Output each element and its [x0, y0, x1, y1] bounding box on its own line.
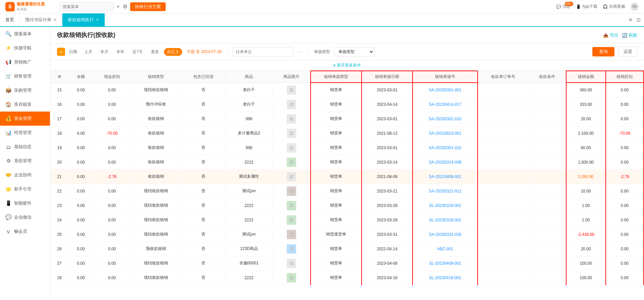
sidebar-item-operation[interactable]: 📊 经营管理: [0, 126, 50, 140]
cell-include-settled: 否: [181, 112, 225, 126]
export-icon: 📤: [603, 33, 608, 38]
sidebar-item-purchase[interactable]: 📦 采购管理: [0, 83, 50, 97]
date-chip-this-year[interactable]: 本年: [113, 48, 127, 56]
cell-include-settled: 否: [181, 97, 225, 112]
user-menu[interactable]: Rit: [631, 3, 639, 11]
cell-verify-discount: 0.00: [606, 140, 644, 155]
sidebar-item-hardware[interactable]: 📱 智能硬件: [0, 196, 50, 210]
date-chip-7days[interactable]: 近7天: [129, 48, 146, 56]
cell-product-img: 🖼: [273, 242, 311, 256]
cell-verify-discount: 0.00: [606, 184, 644, 198]
sidebar-item-search[interactable]: 🔍 搜索菜单: [0, 27, 50, 41]
verify-no-link[interactable]: ABC-001: [437, 247, 453, 251]
verify-no-link[interactable]: SL-20230328-002: [429, 218, 461, 222]
sidebar-item-marketing[interactable]: 📢 营销推广: [0, 55, 50, 69]
table-header-row: ⚙ 余额 现金折扣 核销类型 包含已结清 商品 商品图片 核销单据类型 核销单据…: [50, 71, 644, 83]
cell-row-num: 21: [50, 169, 69, 184]
verify-no-link[interactable]: SL-20230418-001: [429, 275, 461, 280]
verify-no-link[interactable]: SA-20210813-001: [429, 131, 461, 136]
export-button[interactable]: 📤 导出: [603, 32, 619, 38]
cell-verify-discount: 0.00: [606, 256, 644, 270]
search-sidebar-icon: 🔍: [5, 31, 11, 37]
sidebar-label-inventory: 库存核算: [14, 101, 32, 108]
sidebar-item-system[interactable]: ⚙ 系统管理: [0, 154, 50, 168]
cell-verify-no[interactable]: SA-20230414-017: [413, 97, 477, 112]
sidebar-item-collab[interactable]: 🤝 企业协同: [0, 168, 50, 182]
app-download-btn[interactable]: 📱 App下载: [576, 4, 597, 9]
tab-prepay[interactable]: 预付冲应付单 ✕: [20, 13, 62, 26]
verify-no-link[interactable]: SA-20230331-026: [429, 232, 461, 237]
verify-no-link[interactable]: SA-20230321-012: [429, 189, 461, 194]
cell-verify-discount: 0.00: [606, 242, 644, 256]
trial-button[interactable]: 休验行业方案: [130, 2, 166, 11]
verify-no-link[interactable]: SL-20230328-001: [429, 203, 461, 208]
cell-product-img: 🖼: [273, 256, 311, 270]
cell-verify-no[interactable]: SA-20210813-001: [413, 126, 477, 140]
date-chip-last-month[interactable]: 上月: [81, 48, 95, 56]
cell-verify-no[interactable]: SA-20210808-001: [413, 169, 477, 184]
from-unit-input[interactable]: [233, 47, 293, 56]
cell-verify-type: 现结收款核销: [130, 256, 181, 270]
cell-balance: 0.00: [69, 184, 93, 198]
cell-verify-no[interactable]: SL-20230328-001: [413, 198, 477, 213]
sidebar-item-vip[interactable]: V 畅会员: [0, 224, 50, 239]
gear-icon[interactable]: ⚙: [123, 3, 127, 10]
cell-verify-no[interactable]: SA-20230301-010: [413, 112, 477, 126]
verify-no-link[interactable]: SA-20230414-017: [429, 102, 461, 107]
sidebar-item-guide[interactable]: 🌟 新手引导: [0, 182, 50, 196]
date-chip-more[interactable]: 更多: [148, 48, 162, 56]
verify-no-link[interactable]: SA-20230314-008: [429, 160, 461, 165]
verify-no-link[interactable]: SL-20230408-001: [429, 261, 461, 266]
cell-receipt-order-no: [478, 97, 528, 112]
doc-type-select[interactable]: 单据类型: [334, 47, 374, 56]
col-settings[interactable]: ⚙: [50, 71, 69, 83]
message-badge: 99+: [565, 2, 573, 6]
verify-no-link[interactable]: SA-20210808-001: [429, 174, 461, 179]
tab-receipt[interactable]: 收款核销执行 ✕: [62, 13, 105, 26]
cell-verify-no[interactable]: SL-20230328-002: [413, 213, 477, 227]
expand-more-button[interactable]: ▾ 展开更多条件: [333, 62, 361, 68]
message-btn[interactable]: 💬 消息 99+: [556, 4, 571, 9]
cell-verify-no[interactable]: SA-20230321-012: [413, 184, 477, 198]
sidebar-item-basic[interactable]: 🗂 基础信息: [0, 140, 50, 154]
sidebar-item-wechat[interactable]: 💬 企业微信: [0, 210, 50, 224]
sidebar-label-purchase: 采购管理: [14, 87, 32, 93]
table-row: 150.000.00现结收款核销否老白干🖼销货单2023-03-01SA-202…: [50, 83, 644, 97]
date-chip-this-month[interactable]: 本月: [97, 48, 111, 56]
setting-button[interactable]: 设置: [619, 47, 637, 57]
refresh-button[interactable]: 🔄 刷新: [622, 32, 637, 38]
tab-home[interactable]: 首页: [0, 13, 20, 26]
cell-verify-no[interactable]: SA-20230301-001: [413, 83, 477, 97]
cell-verify-no[interactable]: SL-20230418-001: [413, 270, 477, 285]
cell-balance: 0.00: [69, 256, 93, 270]
cell-verify-no[interactable]: SA-20230331-026: [413, 227, 477, 242]
cell-verify-no[interactable]: SL-20230408-001: [413, 256, 477, 270]
query-button[interactable]: 查询: [592, 47, 614, 56]
receipt-tab-close-icon[interactable]: ✕: [96, 17, 99, 22]
cell-include-settled: 否: [181, 256, 225, 270]
verify-no-link[interactable]: SA-20230301-001: [429, 88, 461, 92]
close-window-icon[interactable]: ✕: [628, 17, 633, 23]
table-wrapper[interactable]: ⚙ 余额 现金折扣 核销类型 包含已结清 商品 商品图片 核销单据类型 核销单据…: [50, 71, 644, 300]
cell-receipt-order-no: [478, 198, 528, 213]
maximize-window-icon[interactable]: ⊡: [636, 17, 641, 23]
cell-receipt-order-no: [478, 184, 528, 198]
sidebar-label-vip: 畅会员: [14, 228, 27, 234]
filter-toggle-btn[interactable]: »: [57, 48, 65, 56]
prepay-tab-close-icon[interactable]: ✕: [53, 17, 57, 22]
cell-row-num: 17: [50, 112, 69, 126]
cell-product: 衣服00001: [225, 256, 273, 270]
sidebar-item-shortcut[interactable]: ⚡ 快捷导航: [0, 41, 50, 55]
verify-no-link[interactable]: SA-20230301-010: [429, 117, 461, 121]
from-unit-more-icon[interactable]: ···: [297, 49, 303, 54]
sidebar-item-sales[interactable]: 🛒 销售管理: [0, 69, 50, 83]
sidebar-item-finance[interactable]: 💰 资金管理: [0, 112, 50, 126]
search-input[interactable]: [60, 2, 113, 11]
verify-no-link[interactable]: SA-20230301-010: [429, 145, 461, 150]
cell-verify-no[interactable]: SA-20230314-008: [413, 155, 477, 169]
sidebar-item-inventory[interactable]: 🏠 库存核算: [0, 97, 50, 112]
cell-verify-no[interactable]: SA-20230301-010: [413, 140, 477, 155]
cell-verify-no[interactable]: ABC-001: [413, 242, 477, 256]
online-service-btn[interactable]: 🎧 在线客服: [603, 4, 625, 9]
date-chip-custom[interactable]: 自定义: [164, 48, 182, 56]
